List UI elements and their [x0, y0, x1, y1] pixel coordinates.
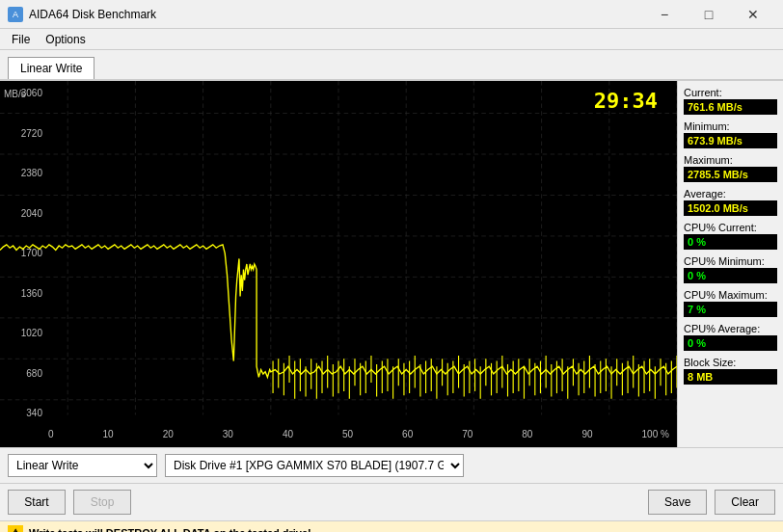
controls-left-buttons: Start Stop — [8, 490, 131, 515]
x-label-9: 90 — [581, 429, 592, 439]
stat-minimum-value: 673.9 MB/s — [684, 133, 777, 148]
main-area: MB/s 3060 2720 2380 2040 1700 1360 1020 … — [0, 81, 783, 447]
stat-block-size-label: Block Size: — [684, 357, 777, 368]
stat-block-size-value: 8 MB — [684, 369, 777, 385]
stats-panel: Current: 761.6 MB/s Minimum: 673.9 MB/s … — [677, 81, 783, 447]
app-icon: A — [8, 7, 23, 22]
stat-cpu-maximum-label: CPU% Maximum: — [684, 289, 777, 301]
x-label-5: 50 — [342, 429, 353, 439]
x-label-10: 100 % — [642, 429, 669, 439]
stat-cpu-current-label: CPU% Current: — [684, 222, 777, 233]
tab-bar: Linear Write — [0, 50, 783, 81]
stat-average-value: 1502.0 MB/s — [684, 200, 777, 216]
stat-maximum-label: Maximum: — [684, 154, 777, 166]
stat-maximum: Maximum: 2785.5 MB/s — [684, 154, 777, 182]
stat-average-label: Average: — [684, 188, 777, 200]
x-label-0: 0 — [48, 429, 54, 439]
controls-right-buttons: Save Clear — [648, 490, 775, 515]
menu-file[interactable]: File — [4, 31, 38, 48]
window-controls: − □ ✕ — [642, 0, 775, 29]
controls-area: Linear WriteLinear ReadRandom WriteRando… — [0, 447, 783, 520]
maximize-button[interactable]: □ — [687, 0, 731, 29]
save-button[interactable]: Save — [648, 490, 707, 515]
clear-button[interactable]: Clear — [715, 490, 775, 515]
controls-row-buttons: Start Stop Save Clear — [0, 484, 783, 520]
stat-cpu-maximum-value: 7 % — [684, 302, 777, 317]
close-button[interactable]: ✕ — [731, 0, 775, 29]
stat-cpu-current: CPU% Current: 0 % — [684, 222, 777, 250]
chart-svg — [0, 81, 677, 447]
x-axis: 0 10 20 30 40 50 60 70 80 90 100 % — [48, 429, 669, 439]
stat-cpu-current-value: 0 % — [684, 234, 777, 250]
x-label-6: 60 — [402, 429, 413, 439]
stat-maximum-value: 2785.5 MB/s — [684, 167, 777, 182]
stat-cpu-average-label: CPU% Average: — [684, 323, 777, 334]
menu-options[interactable]: Options — [38, 31, 93, 48]
stop-button[interactable]: Stop — [73, 490, 131, 515]
tab-linear-write[interactable]: Linear Write — [8, 57, 94, 79]
stat-cpu-minimum-label: CPU% Minimum: — [684, 255, 777, 267]
stat-cpu-average: CPU% Average: 0 % — [684, 323, 777, 351]
drive-select[interactable]: Disk Drive #1 [XPG GAMMIX S70 BLADE] (19… — [165, 454, 464, 477]
stat-cpu-minimum: CPU% Minimum: 0 % — [684, 255, 777, 283]
stat-minimum: Minimum: 673.9 MB/s — [684, 120, 777, 148]
x-label-3: 30 — [223, 429, 233, 439]
chart-timer: 29:34 — [594, 89, 658, 113]
stat-cpu-maximum: CPU% Maximum: 7 % — [684, 289, 777, 317]
x-label-7: 70 — [462, 429, 472, 439]
stat-block-size: Block Size: 8 MB — [684, 357, 777, 385]
warning-bar: ⚠ Write tests will DESTROY ALL DATA on t… — [0, 520, 783, 532]
x-label-2: 20 — [163, 429, 174, 439]
warning-text: Write tests will DESTROY ALL DATA on the… — [29, 527, 311, 532]
stat-average: Average: 1502.0 MB/s — [684, 188, 777, 216]
x-label-1: 10 — [103, 429, 114, 439]
x-label-8: 80 — [522, 429, 532, 439]
stat-current-label: Current: — [684, 87, 777, 98]
x-label-4: 40 — [283, 429, 293, 439]
chart-area: MB/s 3060 2720 2380 2040 1700 1360 1020 … — [0, 81, 677, 447]
stat-current-value: 761.6 MB/s — [684, 99, 777, 115]
stat-cpu-average-value: 0 % — [684, 335, 777, 351]
minimize-button[interactable]: − — [642, 0, 687, 29]
start-button[interactable]: Start — [8, 490, 66, 515]
stat-cpu-minimum-value: 0 % — [684, 268, 777, 283]
window-title: AIDA64 Disk Benchmark — [29, 8, 156, 21]
test-type-select[interactable]: Linear WriteLinear ReadRandom WriteRando… — [8, 454, 157, 477]
warning-icon: ⚠ — [8, 525, 23, 532]
stat-current: Current: 761.6 MB/s — [684, 87, 777, 115]
title-bar: A AIDA64 Disk Benchmark − □ ✕ — [0, 0, 783, 29]
controls-row-selects: Linear WriteLinear ReadRandom WriteRando… — [0, 448, 783, 484]
menu-bar: File Options — [0, 29, 783, 50]
stat-minimum-label: Minimum: — [684, 120, 777, 132]
